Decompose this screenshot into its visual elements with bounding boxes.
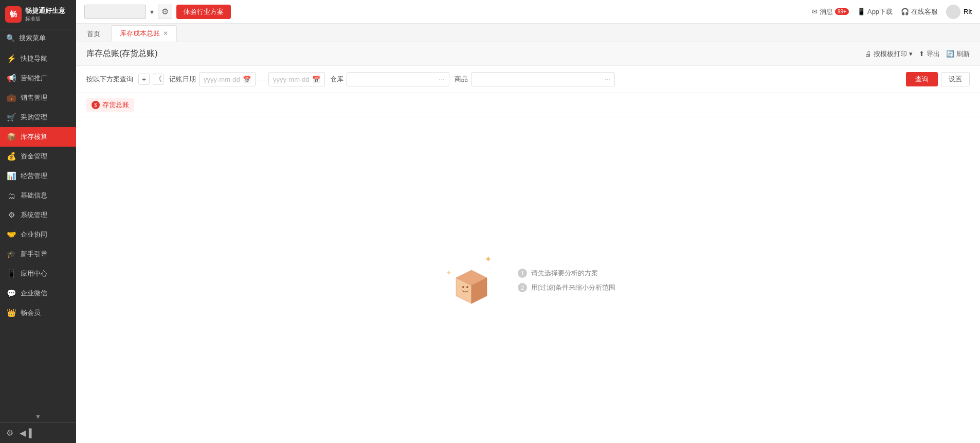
avatar bbox=[946, 5, 960, 19]
product-more-icon: ··· bbox=[604, 75, 610, 83]
filter-add-button[interactable]: + bbox=[138, 74, 150, 85]
sidebar-item-inventory[interactable]: 📦 库存核算 bbox=[0, 127, 76, 147]
industry-solution-button[interactable]: 体验行业方案 bbox=[176, 5, 231, 19]
date-end-placeholder: yyyy-mm-dd bbox=[273, 76, 310, 83]
sidebar: 畅 畅捷通好生意 标准版 🔍 搜索菜单 ⚡ 快捷导航 📢 营销推广 💼 销售管理… bbox=[0, 0, 76, 443]
sidebar-nav: ⚡ 快捷导航 📢 营销推广 💼 销售管理 🛒 采购管理 📦 库存核算 💰 资金管… bbox=[0, 47, 76, 411]
collapse-sidebar-icon[interactable]: ◀▐ bbox=[20, 428, 31, 438]
empty-state-content: ✦ · ✦ bbox=[441, 250, 615, 311]
online-support-action[interactable]: 🎧 在线客服 bbox=[901, 7, 938, 16]
filter-collapse-button[interactable]: 《 bbox=[153, 74, 164, 85]
filter-label: 按以下方案查询 bbox=[86, 75, 133, 84]
tab-home[interactable]: 首页 bbox=[78, 25, 109, 42]
search-menu[interactable]: 🔍 搜索菜单 bbox=[0, 29, 76, 47]
svg-text:·: · bbox=[450, 285, 451, 289]
date-start-input[interactable]: yyyy-mm-dd 📅 bbox=[199, 72, 256, 86]
filter-settings-button[interactable]: 设置 bbox=[941, 72, 970, 86]
sub-nav-item-ledger[interactable]: $ 存货总账 bbox=[86, 98, 134, 112]
finance-icon: 💰 bbox=[6, 152, 16, 161]
app-download-action[interactable]: 📱 App下载 bbox=[857, 7, 893, 16]
topbar-left: ▾ ⚙ 体验行业方案 bbox=[84, 5, 231, 19]
sidebar-item-guide[interactable]: 🎓 新手引导 bbox=[0, 244, 76, 264]
export-icon: ⬆ bbox=[919, 50, 924, 58]
sidebar-bottom-icons: ⚙ ◀▐ bbox=[6, 428, 31, 438]
sidebar-item-marketing[interactable]: 📢 营销推广 bbox=[0, 68, 76, 88]
system-icon: ⚙ bbox=[6, 210, 16, 220]
page-title: 库存总账(存货总账) bbox=[86, 48, 158, 59]
sub-nav: $ 存货总账 bbox=[76, 93, 980, 117]
sidebar-item-enterprise[interactable]: 🤝 企业协同 bbox=[0, 225, 76, 244]
phone-icon: 📱 bbox=[857, 8, 865, 15]
page-area: 库存总账(存货总账) 🖨 按模板打印 ▾ ⬆ 导出 🔄 刷新 bbox=[76, 42, 980, 443]
empty-state: ✦ · ✦ bbox=[76, 117, 980, 443]
sidebar-item-finance[interactable]: 💰 资金管理 bbox=[0, 147, 76, 166]
app-logo-icon: 畅 bbox=[5, 6, 22, 23]
svg-text:·: · bbox=[489, 265, 491, 271]
sidebar-item-sales[interactable]: 💼 销售管理 bbox=[0, 88, 76, 108]
inventory-icon: 📦 bbox=[6, 132, 16, 141]
date-filter-field: 记账日期 yyyy-mm-dd 📅 — yyyy-mm-dd 📅 bbox=[169, 72, 325, 86]
app-logo-text: 畅捷通好生意 标准版 bbox=[25, 7, 65, 22]
product-label: 商品 bbox=[455, 75, 468, 84]
empty-tip-2: 2 用[过滤]条件来缩小分析范围 bbox=[518, 283, 615, 292]
calendar-end-icon: 📅 bbox=[312, 76, 320, 83]
sidebar-item-basic[interactable]: 🗂 基础信息 bbox=[0, 186, 76, 205]
sidebar-bottom: ⚙ ◀▐ bbox=[0, 422, 76, 443]
sidebar-item-system[interactable]: ⚙ 系统管理 bbox=[0, 205, 76, 225]
sidebar-item-operation[interactable]: 📊 经营管理 bbox=[0, 166, 76, 186]
product-select[interactable]: ··· bbox=[471, 72, 615, 86]
svg-point-6 bbox=[466, 286, 468, 288]
empty-illustration: ✦ · ✦ bbox=[441, 250, 502, 311]
sidebar-scroll-down[interactable]: ▼ bbox=[0, 411, 76, 422]
date-end-input[interactable]: yyyy-mm-dd 📅 bbox=[268, 72, 325, 86]
topbar-settings-button[interactable]: ⚙ bbox=[158, 5, 172, 19]
main-area: ▾ ⚙ 体验行业方案 ✉ 消息 99+ 📱 App下载 🎧 在线客服 Rit bbox=[76, 0, 980, 443]
page-actions: 🖨 按模板打印 ▾ ⬆ 导出 🔄 刷新 bbox=[865, 49, 970, 59]
settings-icon[interactable]: ⚙ bbox=[6, 428, 13, 438]
date-separator: — bbox=[259, 76, 265, 83]
guide-icon: 🎓 bbox=[6, 250, 16, 259]
print-button[interactable]: 🖨 按模板打印 ▾ bbox=[865, 49, 913, 59]
date-label: 记账日期 bbox=[169, 75, 196, 84]
svg-point-5 bbox=[462, 286, 464, 288]
basic-icon: 🗂 bbox=[6, 191, 16, 200]
content-panel: 库存总账(存货总账) 🖨 按模板打印 ▾ ⬆ 导出 🔄 刷新 bbox=[76, 42, 980, 443]
printer-icon: 🖨 bbox=[865, 50, 872, 58]
quick-nav-icon: ⚡ bbox=[6, 54, 16, 63]
warehouse-filter-field: 仓库 ··· bbox=[330, 72, 449, 86]
print-dropdown-icon: ▾ bbox=[909, 50, 913, 58]
tabbar: 首页 库存成本总账 ✕ bbox=[76, 24, 980, 42]
warehouse-label: 仓库 bbox=[330, 75, 343, 84]
empty-tips: 1 请先选择要分析的方案 2 用[过滤]条件来缩小分析范围 bbox=[518, 269, 615, 292]
refresh-icon: 🔄 bbox=[946, 50, 954, 58]
breadcrumb-input[interactable] bbox=[84, 5, 146, 19]
refresh-button[interactable]: 🔄 刷新 bbox=[946, 49, 970, 59]
search-icon: 🔍 bbox=[6, 34, 15, 42]
sidebar-item-member[interactable]: 👑 畅会员 bbox=[0, 303, 76, 323]
message-action[interactable]: ✉ 消息 99+ bbox=[812, 7, 849, 16]
warehouse-more-icon: ··· bbox=[439, 75, 445, 83]
warehouse-select[interactable]: ··· bbox=[347, 72, 449, 86]
sidebar-item-wechat[interactable]: 💬 企业微信 bbox=[0, 283, 76, 303]
product-filter-field: 商品 ··· bbox=[455, 72, 615, 86]
filter-right-actions: 查询 设置 bbox=[906, 72, 970, 86]
tab-inventory-cost[interactable]: 库存成本总账 ✕ bbox=[111, 25, 177, 42]
sidebar-item-app-center[interactable]: 📱 应用中心 bbox=[0, 264, 76, 283]
user-name: Rit bbox=[964, 8, 972, 15]
query-button[interactable]: 查询 bbox=[906, 72, 938, 86]
topbar-right: ✉ 消息 99+ 📱 App下载 🎧 在线客服 Rit bbox=[812, 5, 972, 19]
tab-close-icon[interactable]: ✕ bbox=[163, 30, 168, 37]
marketing-icon: 📢 bbox=[6, 74, 16, 83]
topbar: ▾ ⚙ 体验行业方案 ✉ 消息 99+ 📱 App下载 🎧 在线客服 Rit bbox=[76, 0, 980, 24]
message-icon: ✉ bbox=[812, 8, 818, 15]
breadcrumb-dropdown-icon[interactable]: ▾ bbox=[150, 8, 154, 16]
message-badge: 99+ bbox=[835, 8, 849, 15]
sidebar-item-purchase[interactable]: 🛒 采购管理 bbox=[0, 108, 76, 127]
date-start-placeholder: yyyy-mm-dd bbox=[204, 76, 240, 83]
export-button[interactable]: ⬆ 导出 bbox=[919, 49, 940, 59]
user-profile[interactable]: Rit bbox=[946, 5, 972, 19]
sidebar-logo: 畅 畅捷通好生意 标准版 bbox=[0, 0, 76, 29]
empty-svg-illustration: ✦ · ✦ bbox=[441, 250, 502, 311]
wechat-icon: 💬 bbox=[6, 289, 16, 298]
sidebar-item-quick-nav[interactable]: ⚡ 快捷导航 bbox=[0, 49, 76, 68]
